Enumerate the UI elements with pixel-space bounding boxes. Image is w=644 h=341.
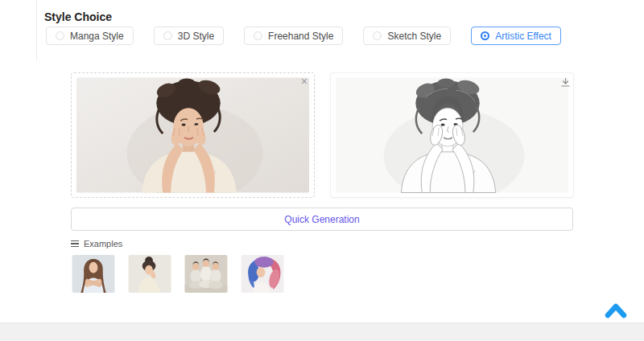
style-option-artistic-effect[interactable]: Artistic Effect <box>471 27 561 45</box>
style-option-manga[interactable]: Manga Style <box>46 27 134 45</box>
style-option-label: Artistic Effect <box>495 31 551 42</box>
radio-selected-icon <box>481 31 489 40</box>
section-divider <box>36 0 37 61</box>
radio-icon <box>56 31 64 40</box>
radio-icon <box>373 31 382 40</box>
style-option-label: Sketch Style <box>387 31 441 42</box>
radio-icon <box>163 31 172 40</box>
result-image <box>336 77 568 193</box>
style-option-3d[interactable]: 3D Style <box>154 27 224 45</box>
style-option-label: 3D Style <box>178 31 214 42</box>
scroll-to-top-button[interactable] <box>604 302 628 319</box>
example-thumbnail[interactable] <box>241 255 284 293</box>
original-photo-illustration <box>76 77 309 193</box>
style-option-label: Freehand Style <box>268 31 333 42</box>
page-title: Style Choice <box>44 10 112 23</box>
example-thumbnail[interactable] <box>72 255 115 293</box>
examples-label: Examples <box>84 239 122 249</box>
quick-generation-button[interactable]: Quick Generation <box>71 207 573 231</box>
examples-header: Examples <box>71 239 122 249</box>
style-option-label: Manga Style <box>70 31 124 42</box>
style-option-sketch[interactable]: Sketch Style <box>363 27 451 45</box>
style-option-freehand[interactable]: Freehand Style <box>244 27 343 45</box>
close-icon[interactable]: × <box>301 76 308 87</box>
sketch-result-illustration <box>336 77 568 193</box>
list-icon <box>71 240 79 248</box>
chevron-up-icon <box>604 302 628 319</box>
radio-icon <box>254 31 262 40</box>
footer-bar <box>0 323 644 341</box>
examples-thumbnails <box>72 255 284 293</box>
result-image-panel <box>330 72 574 198</box>
original-image-panel: × <box>71 72 315 198</box>
download-icon[interactable] <box>560 76 571 87</box>
example-thumbnail[interactable] <box>184 255 228 293</box>
example-thumbnail[interactable] <box>128 255 171 293</box>
style-options-row: Manga Style 3D Style Freehand Style Sket… <box>46 27 561 45</box>
original-image <box>76 77 309 193</box>
